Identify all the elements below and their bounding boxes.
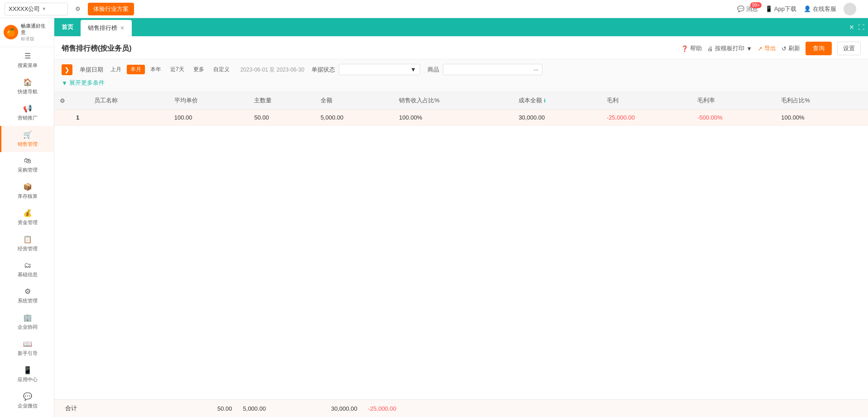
system-icon: ⚙ — [24, 287, 31, 296]
sidebar-operation-label: 经营管理 — [18, 245, 38, 252]
logo-main-text: 畅康通好生意 — [21, 23, 50, 36]
sidebar-apps-label: 应用中心 — [18, 376, 38, 383]
sidebar-basic-label: 基础信息 — [18, 271, 38, 278]
tab-maximize-btn[interactable]: ⛶ — [858, 24, 864, 31]
message-button[interactable]: 💬 消息 99+ — [737, 5, 758, 13]
filter-collapse-btn[interactable]: ❯ — [62, 64, 72, 75]
date-tab-current-month[interactable]: 本月 — [127, 65, 145, 74]
sidebar-item-collab[interactable]: 🏢 企业协同 — [0, 309, 54, 335]
expand-more-btn[interactable]: ▼ 展开更多条件 — [62, 79, 861, 87]
filter-status-arrow: ▼ — [410, 66, 416, 73]
export-button[interactable]: ↗ 导出 — [758, 44, 776, 53]
topbar-settings-btn[interactable]: ⚙ — [72, 3, 84, 15]
basic-icon: 🗂 — [24, 261, 31, 269]
sidebar-system-label: 系统管理 — [18, 297, 38, 304]
app-download-button[interactable]: 📱 App下载 — [765, 5, 796, 13]
print-arrow: ▼ — [746, 45, 752, 52]
col-settings[interactable]: ⚙ — [54, 92, 71, 110]
print-button[interactable]: 🖨 按模板打印 ▼ — [707, 44, 752, 53]
sidebar-item-marketing[interactable]: 📢 营销推广 — [0, 100, 54, 126]
app-label: App下载 — [774, 5, 796, 13]
sidebar-finance-label: 资金管理 — [18, 219, 38, 226]
tab-home[interactable]: 首页 — [54, 18, 81, 36]
sidebar-sales-label: 销售管理 — [18, 141, 38, 148]
date-range-value: 2023-06-01 至 2023-06-30 — [240, 66, 304, 74]
service-label: 在线客服 — [813, 5, 836, 13]
cell-profit-pct: 100.00% — [776, 110, 868, 126]
sidebar-item-finance[interactable]: 💰 资金管理 — [0, 204, 54, 230]
footer-amount: 5,000.00 — [238, 405, 272, 412]
online-service-button[interactable]: 👤 在线客服 — [804, 5, 836, 13]
date-tab-custom[interactable]: 自定义 — [210, 65, 233, 74]
message-icon: 💬 — [737, 5, 744, 12]
expand-label: 展开更多条件 — [69, 79, 105, 87]
sidebar-item-guide[interactable]: 📖 新手引导 — [0, 335, 54, 361]
sidebar-item-basic[interactable]: 🗂 基础信息 — [0, 257, 54, 283]
sidebar-item-inventory[interactable]: 📦 库存核算 — [0, 178, 54, 204]
col-cost: 成本全额 ℹ — [513, 92, 601, 110]
sidebar-wechat-label: 企业微信 — [18, 403, 38, 409]
date-tabs: 上月 本月 本年 近7天 更多 自定义 — [107, 65, 233, 74]
refresh-icon: ↺ — [782, 45, 786, 52]
date-tab-current-year[interactable]: 本年 — [147, 65, 165, 74]
query-button[interactable]: 查询 — [806, 42, 832, 55]
company-dropdown-arrow: ▼ — [42, 6, 46, 11]
table-header-row: ⚙ 员工名称 平均单价 主数量 全额 销售收入占比% 成本全额 ℹ 毛利 毛利率… — [54, 92, 868, 110]
tab-close-icon[interactable]: ✕ — [120, 25, 125, 31]
col-profit: 毛利 — [601, 92, 692, 110]
col-settings-icon: ⚙ — [60, 97, 65, 104]
cell-amount: 5,000.00 — [315, 110, 393, 126]
company-selector[interactable]: XXXXX公司 ▼ — [5, 3, 68, 15]
filter-goods-label: 商品 — [427, 66, 439, 74]
date-range-display: 2023-06-01 至 2023-06-30 — [240, 65, 304, 74]
col-profit-pct: 毛利占比% — [776, 92, 868, 110]
filter-goods-item: 商品 ··· — [427, 64, 542, 75]
cell-profit: -25,000.00 — [601, 110, 692, 126]
tab-sales-rank[interactable]: 销售排行榜 ✕ — [81, 20, 132, 36]
sidebar-item-apps[interactable]: 📱 应用中心 — [0, 361, 54, 388]
inventory-icon: 📦 — [23, 182, 32, 191]
avatar[interactable] — [844, 3, 856, 15]
col-amount: 全额 — [315, 92, 393, 110]
export-icon: ↗ — [758, 45, 762, 52]
filter-goods-dots: ··· — [533, 66, 538, 73]
sidebar-item-system[interactable]: ⚙ 系统管理 — [0, 283, 54, 309]
sidebar-item-wechat[interactable]: 💬 企业微信 — [0, 388, 54, 414]
sidebar-item-sales[interactable]: 🛒 销售管理 — [0, 126, 54, 152]
table-header: ⚙ 员工名称 平均单价 主数量 全额 销售收入占比% 成本全额 ℹ 毛利 毛利率… — [54, 92, 868, 110]
date-tab-7days[interactable]: 近7天 — [167, 65, 188, 74]
cell-qty: 50.00 — [249, 110, 315, 126]
sidebar-item-quicknav[interactable]: 🏠 快捷导航 — [0, 73, 54, 100]
sidebar-item-member[interactable]: 🔷 畅会员 — [0, 414, 54, 417]
sidebar-inventory-label: 库存核算 — [18, 193, 38, 200]
col-profit-rate: 毛利率 — [692, 92, 776, 110]
filter-status-select[interactable]: ▼ — [339, 64, 420, 75]
expand-icon: ▼ — [62, 80, 67, 86]
filter-row: ❯ 单据日期 上月 本月 本年 近7天 更多 自定义 2023 — [62, 64, 861, 75]
filter-goods-input[interactable]: ··· — [443, 64, 542, 75]
page-header: 销售排行榜(按业务员) ❓ 帮助 🖨 按模板打印 ▼ ↗ 导出 — [54, 36, 868, 59]
date-tab-prev-month[interactable]: 上月 — [107, 65, 125, 74]
topbar: XXXXX公司 ▼ ⚙ 体验行业方案 💬 消息 99+ 📱 App下载 👤 在线… — [0, 0, 868, 18]
sidebar-item-search[interactable]: ☰ 搜索菜单 — [0, 47, 54, 73]
refresh-button[interactable]: ↺ 刷新 — [782, 44, 800, 53]
sidebar-item-operation[interactable]: 📋 经营管理 — [0, 230, 54, 257]
footer-label: 合计 — [60, 404, 96, 412]
settings-button[interactable]: 设置 — [837, 42, 861, 55]
purchase-icon: 🛍 — [24, 157, 31, 165]
filter-date-item: 单据日期 上月 本月 本年 近7天 更多 自定义 — [80, 65, 233, 74]
col-sales-pct: 销售收入占比% — [393, 92, 513, 110]
filter-date-label: 单据日期 — [80, 66, 103, 74]
date-tab-more[interactable]: 更多 — [190, 65, 208, 74]
help-button[interactable]: ❓ 帮助 — [681, 44, 702, 53]
table-footer: 合计 50.00 5,000.00 30,000.00 -25,000.00 — [54, 399, 868, 417]
wechat-icon: 💬 — [23, 392, 32, 401]
service-icon: 👤 — [804, 5, 811, 12]
apps-icon: 📱 — [23, 366, 32, 374]
tab-close-window-btn[interactable]: ✕ — [849, 24, 854, 31]
home-icon: 🏠 — [23, 78, 32, 86]
cell-cost: 30,000.00 — [513, 110, 601, 126]
trial-button[interactable]: 体验行业方案 — [88, 3, 134, 15]
sidebar-item-purchase[interactable]: 🛍 采购管理 — [0, 152, 54, 178]
app-icon: 📱 — [765, 5, 772, 12]
